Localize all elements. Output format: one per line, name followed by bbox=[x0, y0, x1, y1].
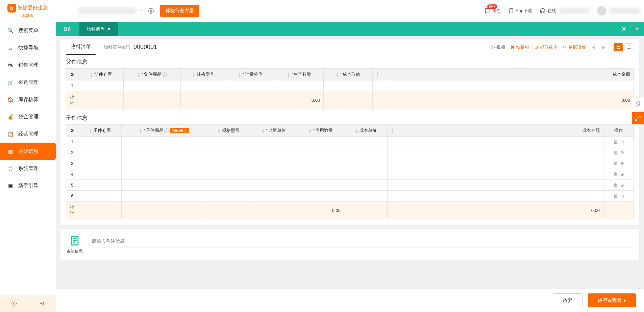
add-icon[interactable]: ⊕ bbox=[619, 193, 625, 198]
parent-col-gear[interactable]: ⚙ bbox=[66, 69, 78, 80]
next-doc-icon[interactable]: ▶ bbox=[601, 45, 606, 50]
sidebar-item-search[interactable]: 🔍搜索菜单 bbox=[0, 22, 56, 39]
cell-costamt[interactable] bbox=[384, 80, 634, 91]
cell-unit[interactable] bbox=[250, 191, 297, 201]
cell-product[interactable] bbox=[122, 169, 207, 180]
cell-warehouse[interactable] bbox=[78, 137, 122, 147]
cell-empty[interactable] bbox=[372, 80, 384, 91]
child-col-product[interactable]: ▲▼*子件商品?扫码录入 bbox=[122, 125, 207, 137]
cell-needqty[interactable] bbox=[297, 169, 344, 180]
cell-warehouse[interactable] bbox=[78, 80, 124, 91]
cell-product[interactable] bbox=[122, 158, 207, 169]
app-download-button[interactable]: App下载 bbox=[509, 8, 532, 14]
sidebar-item-quicknav[interactable]: ⌂快捷导航 bbox=[0, 39, 56, 56]
cell-warehouse[interactable] bbox=[78, 191, 122, 201]
delete-icon[interactable]: 🗑 bbox=[612, 183, 619, 188]
cell-unit[interactable] bbox=[250, 158, 297, 169]
child-col-unit[interactable]: ▲▼*计量单位 bbox=[250, 125, 297, 137]
sidebar-item-system[interactable]: ◌系统管理 bbox=[0, 160, 56, 177]
cell-needqty[interactable] bbox=[297, 137, 344, 147]
child-row[interactable]: 5🗑⊕ bbox=[66, 180, 634, 191]
cell-unitcost[interactable] bbox=[344, 169, 387, 180]
help-icon[interactable]: ? bbox=[164, 128, 169, 133]
parent-col-warehouse[interactable]: ▲▼父件仓库 bbox=[78, 69, 124, 80]
messages-button[interactable]: 消息 99 + bbox=[485, 8, 501, 14]
org-settings-icon[interactable] bbox=[148, 8, 154, 14]
add-icon[interactable]: ⊕ bbox=[619, 139, 625, 144]
support-button[interactable]: 在线 bbox=[540, 7, 590, 14]
cell-unit[interactable] bbox=[250, 180, 297, 191]
cell-unit[interactable] bbox=[250, 169, 297, 180]
add-icon[interactable]: ⊕ bbox=[619, 150, 625, 155]
user-menu[interactable] bbox=[597, 6, 640, 16]
delete-icon[interactable]: 🗑 bbox=[612, 161, 619, 166]
child-row[interactable]: 2🗑⊕ bbox=[66, 147, 634, 158]
panel-tab[interactable]: 物料清单 bbox=[66, 40, 96, 55]
cell-needqty[interactable] bbox=[297, 180, 344, 191]
cell-product[interactable] bbox=[122, 191, 207, 201]
child-row[interactable]: 1🗑⊕ bbox=[66, 137, 634, 147]
sidebar-item-sales[interactable]: 🛍销售管理 bbox=[0, 56, 56, 74]
save-new-button[interactable]: 保存&新增▾ bbox=[588, 293, 636, 307]
cell-empty[interactable] bbox=[388, 191, 399, 201]
child-col-costamt[interactable]: 成本金额 bbox=[399, 125, 603, 137]
doc-settings-link[interactable]: ⚙单据设置 bbox=[563, 44, 586, 50]
cell-warehouse[interactable] bbox=[78, 147, 122, 158]
parent-col-qty[interactable]: ▲▼*生产数量 bbox=[275, 69, 324, 80]
sidebar-item-inventory[interactable]: 🏠库存核算 bbox=[0, 91, 56, 108]
cell-unit[interactable] bbox=[250, 137, 297, 147]
parent-col-costamt[interactable]: 成本金额 bbox=[384, 69, 634, 80]
cell-warehouse[interactable] bbox=[78, 158, 122, 169]
parent-col-unit[interactable]: ▲▼*计量单位 bbox=[226, 69, 275, 80]
cell-spec[interactable] bbox=[207, 169, 250, 180]
child-row[interactable]: 6🗑⊕ bbox=[66, 191, 634, 201]
cell-needqty[interactable] bbox=[297, 158, 344, 169]
child-col-spec[interactable]: ▲▼规格型号 bbox=[207, 125, 250, 137]
cell-empty[interactable] bbox=[388, 158, 399, 169]
discard-button[interactable]: 放弃 bbox=[553, 293, 583, 307]
cell-needqty[interactable] bbox=[297, 147, 344, 158]
cell-costamt[interactable] bbox=[399, 158, 603, 169]
parent-row[interactable]: 1 bbox=[66, 80, 634, 91]
cell-qty[interactable] bbox=[275, 80, 324, 91]
cell-warehouse[interactable] bbox=[78, 169, 122, 180]
delete-icon[interactable]: 🗑 bbox=[612, 150, 619, 155]
child-col-gear[interactable]: ⚙ bbox=[66, 125, 78, 137]
remark-input[interactable] bbox=[90, 235, 633, 247]
child-col-needqty[interactable]: ▲▼*需用数量 bbox=[297, 125, 344, 137]
cell-unitcost[interactable] bbox=[344, 158, 387, 169]
view-list-button[interactable]: ≣ bbox=[614, 43, 623, 51]
add-icon[interactable]: ⊕ bbox=[619, 183, 625, 188]
add-icon[interactable]: ⊕ bbox=[619, 161, 625, 166]
cell-spec[interactable] bbox=[207, 137, 250, 147]
shortcut-link[interactable]: ⌘快捷键 bbox=[511, 44, 529, 50]
org-selector[interactable]: ﹀ bbox=[78, 7, 143, 15]
cell-empty[interactable] bbox=[388, 169, 399, 180]
cell-spec[interactable] bbox=[207, 180, 250, 191]
cell-unitcost[interactable] bbox=[344, 147, 387, 158]
attachment-button[interactable] bbox=[632, 98, 644, 110]
cell-spec[interactable] bbox=[207, 158, 250, 169]
footer-gear-icon[interactable] bbox=[11, 301, 17, 307]
tab-home[interactable]: 首页 bbox=[56, 22, 79, 36]
parent-col-spec[interactable]: ▲▼规格型号 bbox=[181, 69, 226, 80]
sidebar-item-guide[interactable]: ▣新手引导 bbox=[0, 177, 56, 194]
child-row[interactable]: 3🗑⊕ bbox=[66, 158, 634, 169]
child-col-empty[interactable]: ▲▼ bbox=[388, 125, 399, 137]
sidebar-item-finance[interactable]: 💰资金管理 bbox=[0, 108, 56, 125]
cell-product[interactable] bbox=[122, 137, 207, 147]
cell-costamt[interactable] bbox=[399, 147, 603, 158]
cell-spec[interactable] bbox=[181, 80, 226, 91]
video-link[interactable]: ▷视频 bbox=[492, 44, 505, 50]
cell-product[interactable] bbox=[123, 80, 181, 91]
extract-cost-link[interactable]: ⇲提取成本 bbox=[535, 44, 558, 50]
cell-empty[interactable] bbox=[388, 147, 399, 158]
collapse-icon[interactable]: ◂▮ bbox=[40, 301, 45, 307]
tab-bom[interactable]: 物料清单 ✕ bbox=[79, 22, 118, 36]
cell-spec[interactable] bbox=[207, 191, 250, 201]
scan-badge[interactable]: 扫码录入 bbox=[170, 128, 189, 133]
delete-icon[interactable]: 🗑 bbox=[612, 139, 619, 144]
cell-costamt[interactable] bbox=[399, 180, 603, 191]
sidebar-item-purchase[interactable]: 🛒采购管理 bbox=[0, 74, 56, 91]
sidebar-item-basedata[interactable]: ▦基础信息 bbox=[0, 143, 56, 160]
